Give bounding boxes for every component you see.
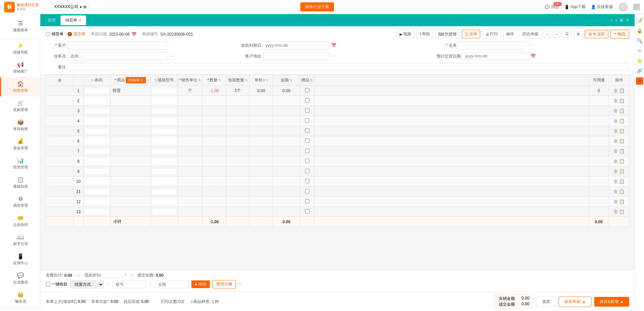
tab-sales-order[interactable]: 销货单 ✕ xyxy=(61,15,86,25)
expected-date-input[interactable] xyxy=(462,52,529,60)
delete-row-10[interactable]: 🗑 xyxy=(613,179,618,184)
settlement-method-select[interactable]: 结算方式 xyxy=(70,280,104,288)
right-tool-search[interactable]: 🔍 xyxy=(636,37,643,44)
warehouse-dots[interactable]: ··· xyxy=(527,43,531,48)
right-tool-notes[interactable]: 📝 xyxy=(636,17,643,24)
copy-row-5[interactable]: 📋 xyxy=(619,128,624,133)
barcode-cell-3[interactable] xyxy=(85,109,109,113)
sidebar-item-app-center[interactable]: 📱 应用中心 xyxy=(0,250,40,269)
info-icon[interactable]: ℹ xyxy=(263,78,265,82)
receive-date-calendar-icon[interactable]: 📅 xyxy=(331,43,336,48)
shortcut-btn[interactable]: ⌨ 快捷键 xyxy=(435,30,460,38)
delete-row-1[interactable]: 🗑 xyxy=(613,88,618,93)
copy-row-8[interactable]: 📋 xyxy=(619,159,624,164)
right-tool-link[interactable]: 🔗 xyxy=(636,67,643,75)
barcode-cell-2[interactable] xyxy=(85,99,109,103)
tab-close-icon[interactable]: ✕ xyxy=(79,18,81,22)
sidebar-item-wechat[interactable]: 💬 企业微信 xyxy=(0,269,40,288)
online-service-btn[interactable]: 👤 在线客服 xyxy=(591,4,613,10)
account-input[interactable] xyxy=(113,281,146,288)
sidebar-item-search[interactable]: ☰ 搜索菜单 xyxy=(2,17,38,36)
spec-cell-7[interactable] xyxy=(152,149,176,154)
customer-input[interactable] xyxy=(67,41,168,49)
grid-view-icon[interactable]: ⊞ xyxy=(574,31,583,38)
company-selector[interactable]: XXXXXX公司 ▾ ⚙ xyxy=(51,3,90,11)
tab-home[interactable]: 首页 xyxy=(43,15,61,25)
delete-row-5[interactable]: 🗑 xyxy=(613,128,618,133)
sidebar-item-marketing[interactable]: 📢 营销推广 xyxy=(0,58,40,77)
delete-row-2[interactable]: 🗑 xyxy=(613,98,618,103)
addr-dots[interactable]: ··· xyxy=(332,54,335,59)
gift-checkbox-6[interactable] xyxy=(305,139,309,143)
logistics-btn[interactable]: + 物流 xyxy=(610,30,629,39)
spec-cell-2[interactable] xyxy=(152,99,176,103)
barcode-cell-8[interactable] xyxy=(85,159,109,164)
discount-input[interactable] xyxy=(103,273,123,278)
sidebar-item-system[interactable]: ⚙ 系统管理 xyxy=(0,192,40,211)
settings-btn[interactable]: ⚙ ⚙ 设置 xyxy=(585,30,608,38)
copy-row-4[interactable]: 📋 xyxy=(619,118,624,123)
gift-checkbox-8[interactable] xyxy=(305,159,309,163)
gift-checkbox-4[interactable] xyxy=(305,118,309,123)
spec-cell-3[interactable] xyxy=(152,109,176,113)
copy-row-9[interactable]: 📋 xyxy=(619,169,624,174)
sidebar-item-inventory[interactable]: 📦 库存核算 xyxy=(0,116,40,135)
gift-checkbox-9[interactable] xyxy=(305,169,309,173)
gift-checkbox-10[interactable] xyxy=(305,179,309,183)
sidebar-item-cooperation[interactable]: 🤝 企业协同 xyxy=(0,211,40,231)
spec-cell-11[interactable] xyxy=(152,189,176,194)
spec-cell-10[interactable] xyxy=(152,179,176,184)
delete-row-3[interactable]: 🗑 xyxy=(613,108,618,113)
next-page-icon[interactable]: › xyxy=(553,31,560,38)
salesperson-input[interactable] xyxy=(67,52,168,60)
copy-row-6[interactable]: 📋 xyxy=(619,139,624,144)
delete-row-8[interactable]: 🗑 xyxy=(613,159,618,164)
delete-row-12[interactable]: 🗑 xyxy=(613,199,618,204)
save-new-btn[interactable]: 保存&新增 ▲ xyxy=(594,297,629,307)
warehouse-input[interactable]: 建材仓 xyxy=(458,41,525,49)
account-dots[interactable]: ··· xyxy=(149,282,152,287)
nav-next-icon[interactable]: › xyxy=(615,17,617,23)
discard-btn[interactable]: 放弃 xyxy=(536,297,556,307)
radio-return-order[interactable]: 退货单 xyxy=(68,31,85,37)
spec-cell-13[interactable] xyxy=(152,209,176,214)
help-btn[interactable]: ? 帮助 xyxy=(416,30,433,38)
spec-cell-1[interactable] xyxy=(152,88,176,93)
col-settings[interactable]: ⚙ xyxy=(46,75,74,86)
gift-checkbox-1[interactable] xyxy=(305,88,309,92)
delete-row-11[interactable]: 🗑 xyxy=(613,189,618,194)
split-info-icon[interactable]: ? xyxy=(239,282,241,287)
expected-date-calendar-icon[interactable]: 📅 xyxy=(531,54,536,59)
spec-cell-5[interactable] xyxy=(152,129,176,133)
delete-row-7[interactable]: 🗑 xyxy=(613,149,618,154)
sidebar-item-operation[interactable]: 📊 经营管理 xyxy=(0,154,40,173)
barcode-cell-12[interactable] xyxy=(85,199,109,204)
one-click-payment-checkbox[interactable]: 一键收款 xyxy=(46,281,68,287)
delete-row-13[interactable]: 🗑 xyxy=(613,209,618,214)
barcode-cell-1[interactable] xyxy=(85,88,109,93)
right-tool-star[interactable]: ⭐ xyxy=(636,57,643,65)
delete-row-9[interactable]: 🗑 xyxy=(613,169,618,174)
barcode-cell-7[interactable] xyxy=(85,149,109,154)
barcode-cell-11[interactable] xyxy=(85,189,109,194)
sidebar-item-sales[interactable]: 🏠 销售管理 xyxy=(0,77,40,96)
customer-addr-input[interactable] xyxy=(263,52,330,60)
app-download-btn[interactable]: 📱 App下载 xyxy=(564,4,585,10)
spec-cell-4[interactable] xyxy=(152,119,176,123)
right-tool-edit[interactable]: ✏ xyxy=(636,47,643,54)
split-btn[interactable]: 费用分摊 xyxy=(213,280,236,288)
copy-row-2[interactable]: 📋 xyxy=(619,98,624,103)
notes-input[interactable] xyxy=(67,63,629,71)
right-tool-lock[interactable]: 🔒 xyxy=(636,27,643,34)
copy-row-10[interactable]: 📋 xyxy=(619,179,624,184)
list-view-icon[interactable]: ☰ xyxy=(562,31,572,38)
copy-row-1[interactable]: 📋 xyxy=(619,88,624,93)
customer-dots[interactable]: ··· xyxy=(170,43,174,48)
maximize-icon[interactable]: ⊞ xyxy=(620,18,623,23)
delete-row-6[interactable]: 🗑 xyxy=(613,139,618,144)
gift-checkbox-2[interactable] xyxy=(305,98,309,103)
spec-cell-6[interactable] xyxy=(152,139,176,144)
sidebar-item-finance[interactable]: 💰 资金管理 xyxy=(0,135,40,154)
nav-prev-icon[interactable]: ‹ xyxy=(611,17,612,23)
barcode-cell-4[interactable] xyxy=(85,119,109,123)
